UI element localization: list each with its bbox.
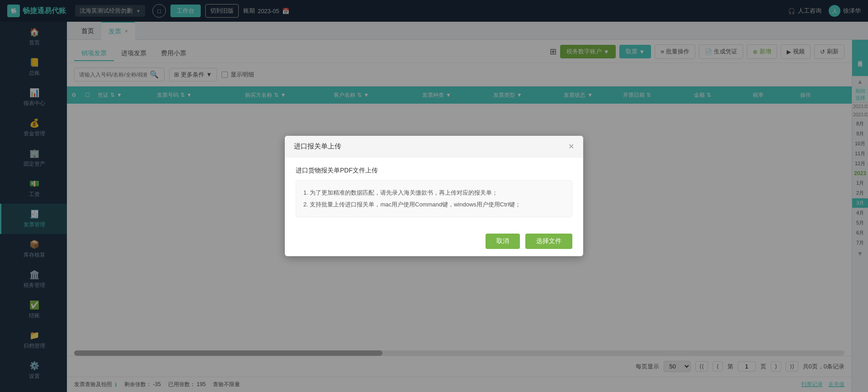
import-customs-modal: 进口报关单上传 ✕ 进口货物报关单PDF文件上传 1. 为了更加精准的数据匹配，… <box>285 136 583 256</box>
modal-section-title: 进口货物报关单PDF文件上传 <box>296 167 572 175</box>
modal-overlay: 进口报关单上传 ✕ 进口货物报关单PDF文件上传 1. 为了更加精准的数据匹配，… <box>0 0 868 392</box>
modal-select-file-button[interactable]: 选择文件 <box>525 234 572 249</box>
modal-info-box: 1. 为了更加精准的数据匹配，请先录入海关缴款书，再上传对应的报关单； 2. 支… <box>296 180 572 217</box>
modal-body: 进口货物报关单PDF文件上传 1. 为了更加精准的数据匹配，请先录入海关缴款书，… <box>285 158 583 226</box>
modal-info-line1: 1. 为了更加精准的数据匹配，请先录入海关缴款书，再上传对应的报关单； <box>303 187 565 199</box>
modal-info-line2: 2. 支持批量上传进口报关单，mac用户使用Command键，windows用户… <box>303 199 565 210</box>
modal-header: 进口报关单上传 ✕ <box>285 136 583 158</box>
modal-title: 进口报关单上传 <box>294 142 341 151</box>
modal-close-button[interactable]: ✕ <box>568 142 574 151</box>
modal-cancel-button[interactable]: 取消 <box>486 234 520 249</box>
modal-footer: 取消 选择文件 <box>285 226 583 256</box>
